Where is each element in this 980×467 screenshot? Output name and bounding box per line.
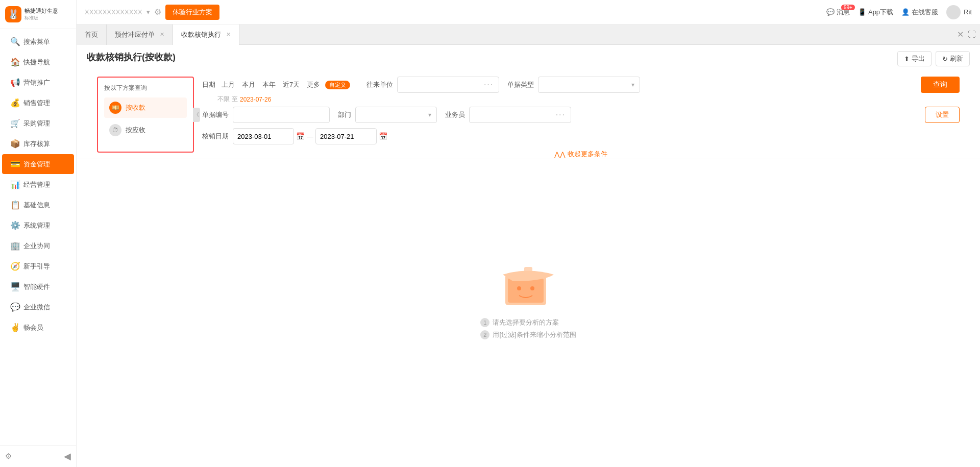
collapse-sidebar-icon[interactable]: ◀ [64, 451, 71, 462]
sidebar-item-system[interactable]: ⚙️ 系统管理 [2, 215, 74, 235]
filter-panel: 按以下方案查询 💴 按收款 ⏱ 按应收 《 [97, 77, 194, 153]
filter-panel-collapse-btn[interactable]: 《 [193, 108, 200, 122]
tab-prepay-label: 预付冲应付单 [115, 30, 155, 39]
sidebar-item-sales[interactable]: 💰 销售管理 [2, 93, 74, 113]
svg-point-3 [530, 286, 534, 290]
settings-button[interactable]: 设置 [925, 107, 960, 123]
filter-receivable-label: 按应收 [126, 126, 145, 135]
purchase-icon: 🛒 [10, 118, 19, 128]
sidebar-item-purchase[interactable]: 🛒 采购管理 [2, 113, 74, 133]
user-section: Rit [946, 5, 972, 19]
message-btn[interactable]: 💬 消息 99+ [826, 8, 850, 17]
sidebar-item-quick-nav[interactable]: 🏠 快捷导航 [2, 52, 74, 72]
app-badge: 标准版 [24, 15, 58, 21]
this-month-btn[interactable]: 本月 [240, 79, 257, 90]
sidebar-item-hardware[interactable]: 🖥️ 智能硬件 [2, 277, 74, 297]
bill-type-arrow-icon: ▾ [631, 81, 634, 88]
query-button[interactable]: 查询 [921, 77, 960, 93]
export-label: 导出 [912, 54, 925, 63]
marketing-icon: 📢 [10, 78, 19, 87]
close-all-tabs-btn[interactable]: ✕ [957, 30, 964, 39]
bill-type-select[interactable]: ▾ [538, 77, 640, 93]
sidebar-item-inventory[interactable]: 📦 库存核算 [2, 134, 74, 154]
settings-footer-icon[interactable]: ⚙ [5, 452, 12, 461]
tab-home-label: 首页 [85, 30, 98, 39]
online-service-btn[interactable]: 👤 在线客服 [901, 8, 938, 17]
sidebar-logo: 🐰 畅捷通好生意 标准版 [0, 0, 76, 29]
member-icon: ✌️ [10, 323, 19, 332]
app-download-btn[interactable]: 📱 App下载 [858, 8, 893, 17]
sidebar-item-label: 畅会员 [23, 323, 43, 332]
sidebar-item-wechat[interactable]: 💬 企业微信 [2, 297, 74, 317]
main-area: XXXXXXXXXXXXX ▾ ⚙ 休验行业方案 💬 消息 99+ 📱 App下… [77, 0, 980, 467]
partner-label: 往来单位 [366, 80, 393, 89]
sidebar-item-search-menu[interactable]: 🔍 搜索菜单 [2, 32, 74, 52]
tab-home[interactable]: 首页 [77, 24, 107, 45]
dropdown-arrow-icon[interactable]: ▾ [146, 8, 150, 16]
sidebar-item-label: 快捷导航 [23, 58, 50, 67]
expand-tabs-btn[interactable]: ⛶ [968, 30, 976, 39]
custom-date-badge[interactable]: 自定义 [325, 81, 350, 89]
wechat-icon: 💬 [10, 302, 19, 312]
tab-prepay[interactable]: 预付冲应付单 ✕ [107, 24, 173, 45]
date-field: 日期 上月 本月 本年 近7天 更多 自定义 [202, 79, 350, 90]
tab-prepay-close[interactable]: ✕ [160, 31, 164, 38]
last-month-btn[interactable]: 上月 [219, 79, 237, 90]
sidebar-item-label: 企业微信 [23, 303, 50, 312]
sidebar-item-finance[interactable]: 💳 资金管理 [2, 154, 74, 174]
online-service-icon: 👤 [901, 8, 910, 16]
refresh-btn[interactable]: ↻ 刷新 [936, 51, 970, 66]
tab-receipt[interactable]: 收款核销执行 ✕ [173, 24, 239, 45]
partner-select[interactable]: ··· [397, 77, 499, 93]
date-buttons: 上月 本月 本年 近7天 更多 自定义 [219, 79, 350, 90]
hint-num-1: 1 [480, 318, 489, 327]
verify-date-start-cal-icon[interactable]: 📅 [296, 132, 305, 140]
verify-date-end-input[interactable] [315, 128, 377, 144]
basic-icon: 📋 [10, 200, 19, 210]
dept-label: 部门 [338, 110, 351, 119]
message-badge: 99+ [841, 5, 855, 10]
empty-hint: 1 请先选择要分析的方案 2 用[过滤]条件来缩小分析范围 [480, 318, 576, 339]
app-download-label: App下载 [868, 8, 893, 17]
collapse-up-icon: ⋀⋀ [554, 151, 566, 158]
verify-date-end-cal-icon[interactable]: 📅 [379, 132, 387, 140]
export-btn[interactable]: ⬆ 导出 [897, 51, 932, 66]
svg-rect-1 [508, 278, 544, 303]
sidebar-item-label: 智能硬件 [23, 282, 50, 291]
filter-receipt-label: 按收款 [126, 103, 145, 112]
quick-nav-icon: 🏠 [10, 57, 19, 67]
bill-no-input[interactable] [233, 107, 330, 123]
date-nolimit-row: 不限 至 2023-07-26 [202, 95, 960, 104]
industry-btn[interactable]: 休验行业方案 [165, 5, 219, 20]
page-title: 收款核销执行(按收款) [87, 51, 176, 63]
sidebar-item-basic[interactable]: 📋 基础信息 [2, 195, 74, 215]
sidebar-item-label: 新手引导 [23, 262, 50, 271]
dept-select[interactable]: ▾ [355, 107, 437, 123]
settings-icon[interactable]: ⚙ [154, 7, 161, 17]
filter-option-receipt[interactable]: 💴 按收款 [104, 97, 187, 118]
last-7days-btn[interactable]: 近7天 [281, 79, 302, 90]
sidebar-item-member[interactable]: ✌️ 畅会员 [2, 317, 74, 337]
app-logo-icon: 🐰 [5, 6, 21, 22]
collapse-label: 收起更多条件 [568, 150, 607, 159]
sales-icon: 💰 [10, 98, 19, 108]
sidebar-item-marketing[interactable]: 📢 营销推广 [2, 72, 74, 92]
tab-receipt-close[interactable]: ✕ [226, 31, 231, 38]
refresh-icon: ↻ [942, 55, 948, 63]
verify-date-start-input[interactable] [233, 128, 294, 144]
sidebar-item-operations[interactable]: 📊 经营管理 [2, 175, 74, 194]
hint-num-2: 2 [480, 330, 489, 339]
dept-arrow-icon: ▾ [428, 111, 431, 118]
sidebar-item-guide[interactable]: 🧭 新手引导 [2, 256, 74, 276]
salesperson-select[interactable]: ··· [469, 107, 571, 123]
form-row-3: 核销日期 📅 — 📅 [202, 128, 960, 144]
operations-icon: 📊 [10, 180, 19, 189]
query-actions-row: 查询 [921, 77, 960, 93]
hint-text-2: 用[过滤]条件来缩小分析范围 [493, 330, 576, 339]
filter-option-receivable[interactable]: ⏱ 按应收 [104, 120, 187, 140]
collapse-more-btn[interactable]: ⋀⋀ 收起更多条件 [202, 150, 960, 159]
empty-svg [498, 257, 559, 308]
sidebar-item-enterprise[interactable]: 🏢 企业协同 [2, 236, 74, 256]
more-date-btn[interactable]: 更多 [305, 79, 322, 90]
this-year-btn[interactable]: 本年 [260, 79, 278, 90]
